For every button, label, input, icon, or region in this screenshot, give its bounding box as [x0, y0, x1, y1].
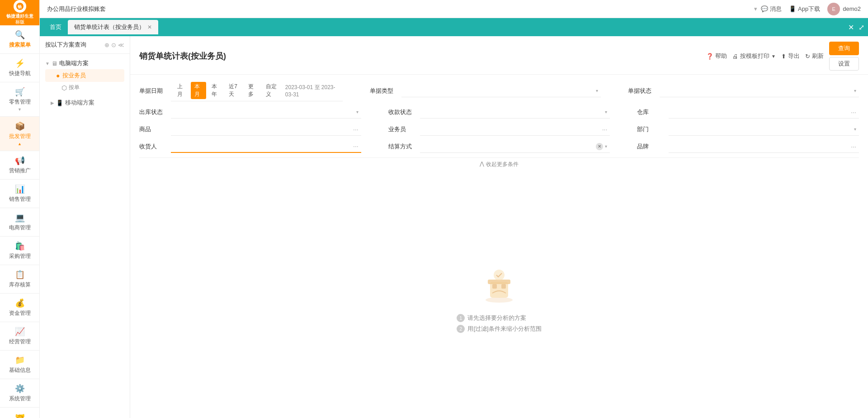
- purchase-icon: 🛍️: [15, 241, 25, 251]
- brand-field[interactable]: ···: [669, 140, 859, 153]
- sidebar-item-marketing[interactable]: 📢 营销推广: [0, 151, 39, 180]
- message-button[interactable]: 💬 消息: [761, 5, 782, 13]
- sidebar-purchase-label: 采购管理: [9, 252, 31, 260]
- sidebar-item-search[interactable]: 🔍 搜索菜单: [0, 25, 39, 54]
- user-profile[interactable]: E demo2: [827, 3, 861, 15]
- retail-icon: 🛒: [15, 87, 25, 97]
- left-panel-header-label: 按以下方案查询: [45, 41, 86, 49]
- sidebar-item-system[interactable]: ⚙️ 系统管理: [0, 379, 39, 408]
- app-download-button[interactable]: 📱 App下载: [789, 5, 820, 13]
- filter-area: 单据日期 上月 本月 本年 近7天 更多 自定义 2023-03-01: [130, 75, 868, 176]
- phone-icon: 📱: [789, 5, 796, 12]
- warehouse-field[interactable]: ···: [669, 106, 859, 119]
- settings-button[interactable]: 设置: [829, 57, 859, 71]
- mobile-group-title[interactable]: ▶ 📱 移动端方案: [51, 97, 119, 109]
- settlement-clear-icon[interactable]: ✕: [596, 143, 603, 150]
- collapse-bar[interactable]: ⋀ 收起更多条件: [139, 157, 859, 171]
- message-icon: 💬: [761, 5, 768, 12]
- goods-field[interactable]: ···: [171, 123, 361, 136]
- add-scheme-icon[interactable]: ⊕: [104, 42, 109, 48]
- app-name: 畅捷通好生意: [5, 14, 35, 19]
- brand-label: 品牌: [637, 142, 669, 151]
- tab-sales-stat[interactable]: 销货单统计表（按业务员） ✕: [68, 20, 158, 34]
- brand-dots: ···: [851, 143, 856, 150]
- stock-status-field[interactable]: ▾: [171, 106, 361, 119]
- date-tab-this-year[interactable]: 本年: [208, 82, 223, 99]
- sidebar-item-inventory[interactable]: 📋 库存核算: [0, 265, 39, 294]
- edit-scheme-icon[interactable]: ⊙: [111, 42, 116, 48]
- sidebar-basic-label: 基础信息: [9, 366, 31, 374]
- scheme-by-order[interactable]: ⬡ 按单: [45, 82, 124, 93]
- date-tab-7days[interactable]: 近7天: [225, 82, 243, 99]
- tab-close-icon[interactable]: ✕: [147, 24, 152, 30]
- order-type-field[interactable]: ▾: [401, 85, 601, 97]
- recipient-label: 收货人: [139, 142, 171, 151]
- sidebar-item-basic[interactable]: 📁 基础信息: [0, 351, 39, 379]
- order-status-field[interactable]: ▾: [660, 85, 859, 97]
- basic-icon: 📁: [15, 355, 25, 365]
- query-button[interactable]: 查询: [829, 42, 859, 55]
- action-buttons: 查询 设置: [829, 42, 859, 71]
- sidebar-item-purchase[interactable]: 🛍️ 采购管理: [0, 237, 39, 265]
- right-panel: 销货单统计表(按业务员) ❓ 帮助 🖨 按模板打印 ▼ ⬆ 导出: [130, 36, 868, 418]
- empty-tip-1: 1 请先选择要分析的方案: [457, 314, 541, 322]
- collapse-panel-icon[interactable]: ≪: [118, 42, 124, 48]
- desktop-group-title[interactable]: ▼ 🖥 电脑端方案: [45, 57, 124, 69]
- sidebar-finance-label: 资金管理: [9, 309, 31, 317]
- sidebar-operations-label: 经营管理: [9, 338, 31, 346]
- date-tabs: 上月 本月 本年 近7天 更多 自定义: [174, 82, 282, 99]
- payment-status-field[interactable]: ▾: [420, 106, 610, 119]
- recipient-field[interactable]: ···: [171, 140, 361, 153]
- sidebar-item-operations[interactable]: 📈 经营管理: [0, 322, 39, 351]
- date-field[interactable]: 上月 本月 本年 近7天 更多 自定义 2023-03-01 至 2023-03…: [171, 80, 343, 101]
- template-print-button[interactable]: 🖨 按模板打印 ▼: [732, 52, 776, 60]
- refresh-label: 刷新: [812, 52, 824, 60]
- payment-status-label: 收款状态: [388, 108, 420, 116]
- message-label: 消息: [770, 5, 782, 13]
- goods-label: 商品: [139, 125, 171, 133]
- filter-row-1: 单据日期 上月 本月 本年 近7天 更多 自定义 2023-03-01: [139, 80, 859, 101]
- salesman-label: 业务员: [388, 125, 420, 133]
- tab-home[interactable]: 首页: [43, 20, 68, 34]
- sidebar-quicknav-label: 快捷导航: [9, 70, 31, 77]
- date-tab-last-month[interactable]: 上月: [174, 82, 189, 99]
- refresh-button[interactable]: ↻ 刷新: [805, 52, 824, 60]
- topbar-right: 💬 消息 📱 App下载 E demo2: [761, 3, 861, 15]
- date-tab-custom[interactable]: 自定义: [262, 82, 282, 99]
- topbar-title: 办公用品行业模拟账套: [47, 5, 750, 13]
- mobile-arrow: ▶: [51, 100, 54, 105]
- mobile-group: ▶ 📱 移动端方案: [45, 95, 124, 110]
- sidebar-item-retail[interactable]: 🛒 零售管理 ▼: [0, 82, 39, 117]
- tab-sales-stat-label: 销货单统计表（按业务员）: [74, 23, 145, 31]
- stock-arrow: ▾: [356, 109, 359, 114]
- help-button[interactable]: ❓ 帮助: [706, 52, 727, 60]
- topbar-dropdown-icon[interactable]: ▾: [754, 5, 757, 12]
- sidebar-item-sales[interactable]: 📊 销售管理: [0, 180, 39, 208]
- quicknav-icon: ⚡: [15, 58, 25, 68]
- order-type-arrow: ▾: [596, 88, 598, 93]
- sidebar-item-enterprise[interactable]: 🤝 企业协同: [0, 408, 39, 418]
- sidebar-item-finance[interactable]: 💰 资金管理: [0, 294, 39, 322]
- settlement-field[interactable]: ✕ ▾: [420, 140, 610, 153]
- print-dropdown-icon: ▼: [771, 54, 776, 59]
- date-tab-this-month[interactable]: 本月: [191, 82, 206, 99]
- salesman-field[interactable]: ···: [420, 123, 610, 136]
- order-status-label: 单据状态: [628, 87, 660, 95]
- finance-icon: 💰: [15, 298, 25, 308]
- date-tab-more[interactable]: 更多: [245, 82, 260, 99]
- department-field[interactable]: ▾: [669, 123, 859, 136]
- date-tabs-container: 上月 本月 本年 近7天 更多 自定义 2023-03-01 至 2023-03…: [174, 82, 340, 99]
- maximize-icon[interactable]: ⤢: [859, 23, 864, 32]
- stock-status-label: 出库状态: [139, 108, 171, 116]
- sidebar-item-ecommerce[interactable]: 💻 电商管理: [0, 208, 39, 237]
- close-window-icon[interactable]: ✕: [848, 23, 854, 32]
- sidebar-system-label: 系统管理: [9, 395, 31, 403]
- scheme-by-salesman[interactable]: ● 按业务员: [45, 69, 124, 82]
- wholesale-icon: 📦: [15, 121, 25, 131]
- export-button[interactable]: ⬆ 导出: [781, 52, 800, 60]
- sidebar-item-quicknav[interactable]: ⚡ 快捷导航: [0, 54, 39, 82]
- desktop-group-label: 电脑端方案: [59, 59, 89, 67]
- date-label: 单据日期: [139, 87, 171, 95]
- sidebar-item-wholesale[interactable]: 📦 批发管理 ▲: [0, 117, 39, 151]
- collapse-label: 收起更多条件: [486, 161, 519, 168]
